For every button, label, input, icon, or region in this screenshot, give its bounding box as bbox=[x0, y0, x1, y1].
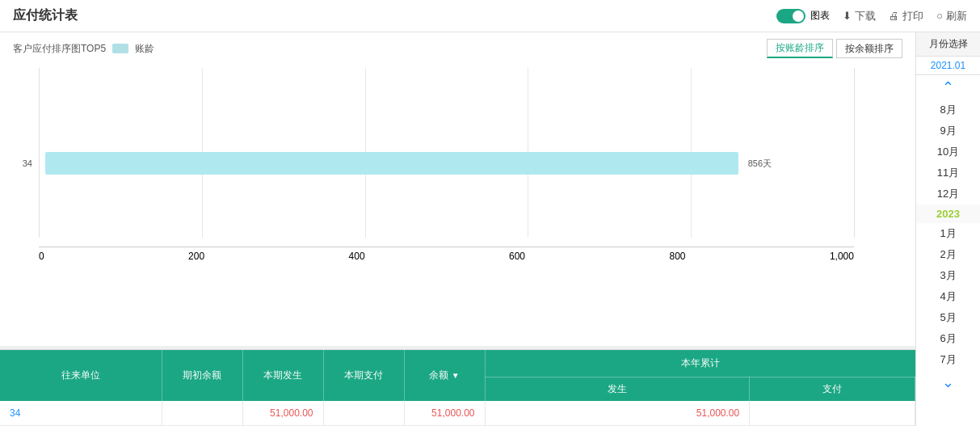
month-item-2[interactable]: 2月 bbox=[916, 244, 980, 265]
chart-legend-label: 客户应付排序图TOP5 bbox=[13, 42, 106, 56]
chart-section: 客户应付排序图TOP5 账龄 按账龄排序 按余额排序 bbox=[0, 32, 915, 426]
download-label: 下载 bbox=[855, 9, 876, 23]
app-header: 应付统计表 图表 ⬇ 下载 🖨 打印 ○ 刷新 bbox=[0, 0, 980, 32]
th-ytd: 本年累计 bbox=[485, 350, 915, 377]
month-item-6[interactable]: 6月 bbox=[916, 328, 980, 349]
th-ytd-pay: 支付 bbox=[750, 377, 915, 402]
x-label-400: 400 bbox=[349, 251, 365, 262]
month-item-9[interactable]: 9月 bbox=[916, 120, 980, 141]
legend-color-box bbox=[112, 44, 128, 53]
chart-toggle-wrapper[interactable]: 图表 bbox=[776, 9, 830, 23]
download-button[interactable]: ⬇ 下载 bbox=[843, 9, 876, 23]
month-item-1[interactable]: 1月 bbox=[916, 223, 980, 244]
unit-link[interactable]: 34 bbox=[10, 407, 20, 419]
sidebar-current-date: 2021.01 bbox=[916, 57, 980, 75]
refresh-label: 刷新 bbox=[946, 9, 967, 23]
table-wrapper: 往来单位 期初余额 本期发生 本期支付 余额 ▼ 本年累计 bbox=[0, 350, 915, 426]
sidebar-nav: ⌃ 8月 9月 10月 11月 12月 2023 1月 2月 3月 4月 5月 … bbox=[916, 75, 980, 426]
month-item-5[interactable]: 5月 bbox=[916, 307, 980, 328]
year-label-2023: 2023 bbox=[916, 205, 980, 223]
sidebar-header: 月份选择 bbox=[916, 32, 980, 57]
print-icon: 🖨 bbox=[889, 10, 899, 22]
chevron-down-icon: ⌄ bbox=[942, 373, 954, 391]
cell-opening bbox=[162, 401, 242, 426]
sort-by-age-button[interactable]: 按账龄排序 bbox=[767, 39, 833, 58]
chart-header: 客户应付排序图TOP5 账龄 按账龄排序 按余额排序 bbox=[0, 32, 915, 61]
th-unit: 往来单位 bbox=[0, 350, 162, 401]
header-actions: 图表 ⬇ 下载 🖨 打印 ○ 刷新 bbox=[776, 9, 967, 23]
cell-balance: 51,000.00 bbox=[404, 401, 485, 426]
x-label-0: 0 bbox=[39, 251, 44, 262]
x-label-800: 800 bbox=[669, 251, 685, 262]
data-table: 往来单位 期初余额 本期发生 本期支付 余额 ▼ 本年累计 bbox=[0, 350, 915, 426]
chart-toggle-label: 图表 bbox=[810, 9, 830, 23]
x-label-600: 600 bbox=[509, 251, 525, 262]
table-row: 34 51,000.00 51,000.00 51,000.00 bbox=[0, 401, 915, 426]
content-area: 客户应付排序图TOP5 账龄 按账龄排序 按余额排序 bbox=[0, 32, 980, 426]
month-item-8[interactable]: 8月 bbox=[916, 99, 980, 120]
chart-body: 34 856天 0 200 400 600 800 1,000 bbox=[0, 61, 915, 346]
cell-ytd-occur: 51,000.00 bbox=[485, 401, 750, 426]
print-button[interactable]: 🖨 打印 bbox=[889, 9, 923, 23]
chevron-up-icon: ⌃ bbox=[942, 78, 954, 96]
table-section: 往来单位 期初余额 本期发生 本期支付 余额 ▼ 本年累计 bbox=[0, 349, 915, 426]
cell-ytd-pay bbox=[750, 401, 915, 426]
th-current-occur: 本期发生 bbox=[242, 350, 323, 401]
x-axis: 0 200 400 600 800 1,000 bbox=[39, 247, 854, 262]
month-item-4[interactable]: 4月 bbox=[916, 286, 980, 307]
bar-label-34: 34 bbox=[8, 158, 32, 168]
month-item-10[interactable]: 10月 bbox=[916, 141, 980, 162]
th-balance: 余额 ▼ bbox=[404, 350, 485, 401]
bar-end-label-34: 856天 bbox=[748, 158, 772, 170]
refresh-button[interactable]: ○ 刷新 bbox=[936, 9, 967, 23]
cell-current-pay bbox=[323, 401, 404, 426]
month-item-11[interactable]: 11月 bbox=[916, 162, 980, 183]
month-list: 8月 9月 10月 11月 12月 2023 1月 2月 3月 4月 5月 6月… bbox=[916, 99, 980, 370]
bar-row-34: 34 856天 bbox=[39, 152, 854, 175]
chart-toggle[interactable] bbox=[776, 9, 805, 23]
month-item-7[interactable]: 7月 bbox=[916, 349, 980, 370]
nav-up-button[interactable]: ⌃ bbox=[916, 75, 980, 99]
download-icon: ⬇ bbox=[843, 10, 852, 22]
x-label-200: 200 bbox=[188, 251, 204, 262]
table-header-row: 往来单位 期初余额 本期发生 本期支付 余额 ▼ 本年累计 bbox=[0, 350, 915, 377]
cell-unit[interactable]: 34 bbox=[0, 401, 162, 426]
th-opening: 期初余额 bbox=[162, 350, 242, 401]
print-label: 打印 bbox=[902, 9, 923, 23]
month-item-3[interactable]: 3月 bbox=[916, 265, 980, 286]
page-title: 应付统计表 bbox=[13, 7, 78, 24]
th-ytd-occur: 发生 bbox=[485, 377, 750, 402]
month-item-12[interactable]: 12月 bbox=[916, 183, 980, 205]
nav-down-button[interactable]: ⌄ bbox=[916, 370, 980, 394]
x-label-1000: 1,000 bbox=[830, 251, 854, 262]
chart-legend: 客户应付排序图TOP5 账龄 bbox=[13, 42, 154, 56]
sidebar: 月份选择 2021.01 ⌃ 8月 9月 10月 11月 12月 2023 1月… bbox=[915, 32, 980, 426]
legend-color-label: 账龄 bbox=[135, 42, 154, 56]
bar-fill-34 bbox=[45, 152, 738, 175]
sort-by-balance-button[interactable]: 按余额排序 bbox=[836, 39, 902, 58]
refresh-icon: ○ bbox=[936, 10, 943, 22]
th-current-pay: 本期支付 bbox=[323, 350, 404, 401]
cell-current-occur: 51,000.00 bbox=[242, 401, 323, 426]
chart-sort-buttons: 按账龄排序 按余额排序 bbox=[767, 39, 902, 58]
